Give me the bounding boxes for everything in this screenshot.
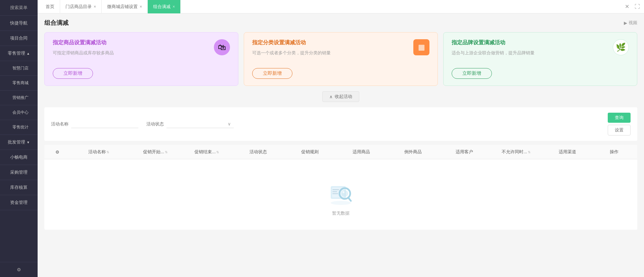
sidebar-item-purchase-mgmt[interactable]: 采购管理 — [0, 165, 38, 180]
tab-product-catalog-close[interactable]: × — [94, 4, 96, 9]
tab-product-catalog[interactable]: 门店商品目录 × — [60, 0, 102, 13]
th-promo-end-label: 促销结束... — [194, 149, 216, 155]
th-applicable-channel: 适用渠道 — [542, 149, 594, 155]
close-window-btn[interactable]: ✕ — [624, 3, 631, 10]
product-card-title: 指定商品设置满减活动 — [53, 39, 230, 46]
empty-icon — [324, 179, 358, 206]
sidebar-item-label: 零售管理 — [8, 50, 25, 56]
page-title: 组合满减 — [44, 19, 68, 27]
tab-combo-discount-label: 组合满减 — [153, 4, 171, 10]
empty-state: 暂无数据 — [44, 159, 637, 230]
sidebar-item-label: 资金管理 — [10, 200, 28, 206]
tab-home-label: 首页 — [46, 4, 54, 10]
th-activity-status-label: 活动状态 — [249, 149, 267, 155]
th-no-concurrent[interactable]: 不允许同时... ⇅ — [490, 149, 542, 155]
sidebar-item-marketing[interactable]: 营销推广 — [0, 91, 38, 105]
brand-card-desc: 适合与上游企业联合做营销，提升品牌销量 — [452, 50, 629, 57]
data-table: ⚙ 活动名称 ⇅ 促销开始... ⇅ 促销结束... ⇅ 活动状态 — [44, 145, 637, 230]
svg-rect-9 — [332, 193, 338, 194]
collapse-bar: ∧ 收起活动 — [44, 91, 637, 102]
tab-combo-discount-close[interactable]: × — [173, 4, 175, 9]
svg-rect-7 — [332, 189, 339, 190]
th-applicable-customer-label: 适用客户 — [456, 149, 473, 155]
th-promo-rule: 促销规则 — [284, 149, 336, 155]
sidebar-item-label: 快捷导航 — [10, 20, 28, 26]
filter-bar: 活动名称 活动状态 ∨ 查询 设置 — [44, 107, 637, 141]
sidebar-item-label: 会员中心 — [12, 110, 29, 115]
brand-activity-card: 🌿 指定品牌设置满减活动 适合与上游企业联合做营销，提升品牌销量 立即新增 — [443, 32, 637, 86]
settings-btn[interactable]: 设置 — [608, 125, 631, 135]
sidebar-item-label: 零售商城 — [12, 80, 29, 86]
product-activity-card: 🛍 指定商品设置满减活动 可指定滞销商品或库存较多商品 立即新增 — [44, 32, 238, 86]
sidebar-item-retail-mgmt[interactable]: 零售管理 ▲ — [0, 46, 38, 61]
th-exception-goods: 例外商品 — [387, 149, 439, 155]
sidebar-item-smart-store[interactable]: 智慧门店 — [0, 61, 38, 76]
sidebar: 搜索菜单 快捷导航 项目合同 零售管理 ▲ 智慧门店 零售商城 营销推广 会员中… — [0, 0, 38, 277]
th-promo-start[interactable]: 促销开始... ⇅ — [130, 149, 181, 155]
sidebar-item-label: 库存核算 — [10, 184, 28, 190]
tab-product-catalog-label: 门店商品目录 — [65, 4, 92, 10]
page-header: 组合满减 ▶ 视频 — [44, 19, 637, 27]
th-gear[interactable]: ⚙ — [47, 150, 67, 155]
sidebar-item-label: 小畅电商 — [10, 154, 28, 160]
tab-actions: ✕ ⛶ — [624, 3, 641, 10]
collapse-activities-btn[interactable]: ∧ 收起活动 — [322, 91, 359, 102]
filter-name-input[interactable] — [71, 120, 138, 128]
th-operations: 操作 — [593, 149, 635, 155]
content-area: 组合满减 ▶ 视频 🛍 指定商品设置满减活动 可指定滞销商品或库存较多商品 立即… — [38, 13, 644, 277]
sidebar-search[interactable]: 搜索菜单 — [0, 0, 38, 16]
svg-line-6 — [348, 198, 351, 201]
th-applicable-channel-label: 适用渠道 — [559, 149, 576, 155]
category-card-add-btn[interactable]: 立即新增 — [252, 68, 292, 79]
sort-icon: ⇅ — [165, 150, 168, 154]
filter-status-select[interactable]: ∨ — [167, 120, 234, 128]
tab-wechat-settings-label: 微商城店铺设置 — [107, 4, 138, 10]
svg-point-0 — [331, 201, 351, 205]
category-card-title: 指定分类设置满减活动 — [252, 39, 429, 46]
th-promo-start-label: 促销开始... — [143, 149, 164, 155]
th-promo-end[interactable]: 促销结束... ⇅ — [181, 149, 233, 155]
sidebar-item-xiaochangecom[interactable]: 小畅电商 — [0, 150, 38, 165]
th-activity-name[interactable]: 活动名称 ⇅ — [67, 149, 129, 155]
sidebar-item-retail-mall[interactable]: 零售商城 — [0, 76, 38, 91]
th-applicable-goods-label: 适用商品 — [353, 149, 370, 155]
sidebar-item-member-center[interactable]: 会员中心 — [0, 105, 38, 120]
th-activity-status: 活动状态 — [233, 149, 284, 155]
sidebar-item-retail-stats[interactable]: 零售统计 — [0, 120, 38, 135]
sidebar-settings-btn[interactable]: ⚙ — [0, 262, 38, 277]
filter-status-group: 活动状态 ∨ — [146, 120, 234, 128]
filter-name-group: 活动名称 — [51, 120, 138, 128]
svg-point-4 — [341, 190, 348, 197]
sidebar-item-wholesale-mgmt[interactable]: 批发管理 ▼ — [0, 135, 38, 150]
chevron-up-icon: ▲ — [27, 52, 30, 55]
category-card-icon: ▦ — [413, 39, 429, 55]
sidebar-item-fund-mgmt[interactable]: 资金管理 — [0, 195, 38, 210]
fullscreen-btn[interactable]: ⛶ — [633, 3, 641, 10]
product-card-add-btn[interactable]: 立即新增 — [53, 68, 93, 79]
tab-wechat-settings-close[interactable]: × — [140, 4, 142, 9]
filter-actions: 查询 设置 — [608, 113, 631, 135]
video-link[interactable]: ▶ 视频 — [624, 20, 637, 26]
sort-icon: ⇅ — [216, 150, 219, 154]
sort-icon: ⇅ — [106, 150, 109, 154]
table-header: ⚙ 活动名称 ⇅ 促销开始... ⇅ 促销结束... ⇅ 活动状态 — [44, 145, 637, 159]
gear-icon: ⚙ — [17, 267, 21, 272]
grid-icon: ▦ — [418, 43, 425, 52]
tab-home[interactable]: 首页 — [40, 0, 60, 13]
product-card-desc: 可指定滞销商品或库存较多商品 — [53, 50, 230, 57]
sidebar-item-quick-nav[interactable]: 快捷导航 — [0, 16, 38, 31]
brand-card-title: 指定品牌设置满减活动 — [452, 39, 629, 46]
product-card-icon: 🛍 — [214, 39, 230, 55]
tab-wechat-settings[interactable]: 微商城店铺设置 × — [102, 0, 148, 13]
leaf-icon: 🌿 — [616, 43, 626, 52]
collapse-label: 收起活动 — [335, 94, 352, 100]
sidebar-item-inventory[interactable]: 库存核算 — [0, 180, 38, 195]
bag-icon: 🛍 — [218, 43, 226, 52]
brand-card-icon: 🌿 — [613, 39, 629, 55]
th-activity-name-label: 活动名称 — [88, 149, 106, 155]
brand-card-add-btn[interactable]: 立即新增 — [452, 68, 492, 79]
th-exception-goods-label: 例外商品 — [404, 149, 422, 155]
tab-combo-discount[interactable]: 组合满减 × — [148, 0, 181, 13]
sidebar-item-project-contract[interactable]: 项目合同 — [0, 31, 38, 46]
query-btn[interactable]: 查询 — [608, 113, 631, 123]
